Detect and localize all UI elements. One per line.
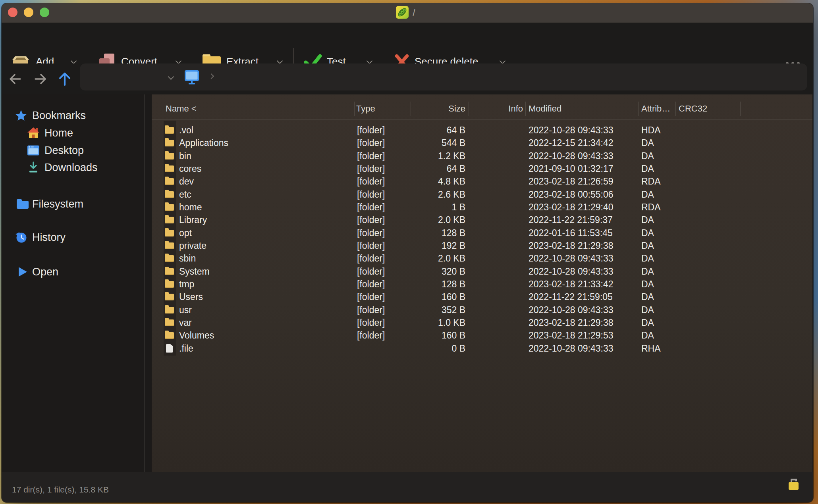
history-icon: [15, 231, 27, 243]
status-summary: 17 dir(s), 1 file(s), 15.8 KB: [12, 472, 109, 502]
cell-attrib: DA: [641, 137, 654, 149]
filesystem-folder-icon: [16, 198, 29, 210]
table-row[interactable]: sbin [folder] 2.0 KB 2022-10-28 09:43:33…: [152, 252, 812, 265]
cell-size: 64 B: [406, 162, 465, 175]
column-header-crc32[interactable]: CRC32: [679, 103, 707, 115]
unlocked-padlock-icon[interactable]: [787, 476, 800, 491]
cell-modified: 2022-01-16 11:53:45: [529, 227, 613, 239]
column-resize-handle[interactable]: [411, 102, 411, 116]
cell-size: 2.0 KB: [406, 214, 465, 226]
table-row[interactable]: Applications [folder] 544 B 2022-12-15 2…: [152, 137, 812, 149]
table-row[interactable]: bin [folder] 1.2 KB 2022-10-28 09:43:33 …: [152, 150, 812, 162]
table-row[interactable]: dev [folder] 4.8 KB 2023-02-18 21:26:59 …: [152, 175, 812, 188]
more-options-button[interactable]: [786, 60, 803, 63]
cell-type: [folder]: [357, 124, 385, 137]
table-row[interactable]: etc [folder] 2.6 KB 2023-02-18 00:55:06 …: [152, 188, 812, 201]
star-icon: [15, 110, 27, 121]
table-row[interactable]: private [folder] 192 B 2023-02-18 21:29:…: [152, 239, 812, 252]
sidebar-item-home[interactable]: Home: [2, 124, 143, 142]
cell-modified: 2022-10-28 09:43:33: [529, 342, 614, 355]
minimize-button[interactable]: [24, 8, 33, 17]
cell-type: [folder]: [357, 227, 385, 239]
cell-type: [folder]: [357, 278, 385, 290]
table-row[interactable]: cores [folder] 64 B 2021-09-10 01:32:17 …: [152, 162, 812, 175]
column-header-info[interactable]: Info: [472, 103, 523, 115]
sidebar-item-downloads[interactable]: Downloads: [2, 159, 143, 176]
file-table-rows: .vol [folder] 64 B 2022-10-28 09:43:33 H…: [152, 124, 812, 355]
cell-modified: 2023-02-18 00:55:06: [529, 188, 614, 201]
table-row[interactable]: opt [folder] 128 B 2022-01-16 11:53:45 D…: [152, 227, 812, 239]
sidebar-item-history[interactable]: History: [2, 229, 143, 246]
cell-attrib: DA: [641, 227, 654, 239]
column-header-modified[interactable]: Modified: [529, 103, 561, 115]
cell-type: [folder]: [357, 175, 385, 188]
table-row[interactable]: home [folder] 1 B 2023-02-18 21:29:40 RD…: [152, 201, 812, 214]
sidebar-item-bookmarks[interactable]: Bookmarks: [2, 107, 143, 124]
cell-size: 352 B: [406, 304, 465, 316]
folder-icon: [165, 204, 174, 211]
file-table: Name < Type Size Info Modified Attrib… C…: [152, 94, 812, 472]
peazip-app-icon: [396, 6, 409, 19]
table-row[interactable]: Users [folder] 160 B 2022-11-22 21:59:05…: [152, 290, 812, 303]
app-window: / Add Convert Extract Test: [2, 3, 813, 502]
downloads-icon: [28, 162, 39, 173]
column-resize-handle[interactable]: [354, 102, 355, 116]
cell-name: sbin: [179, 252, 196, 265]
table-row[interactable]: Library [folder] 2.0 KB 2022-11-22 21:59…: [152, 214, 812, 226]
path-dropdown-chevron-icon[interactable]: [169, 75, 174, 80]
sidebar-item-label: History: [32, 229, 66, 246]
column-header-type[interactable]: Type: [356, 103, 375, 115]
zoom-button[interactable]: [40, 8, 49, 17]
column-header-attrib[interactable]: Attrib…: [641, 103, 670, 115]
cell-modified: 2022-12-15 21:34:42: [529, 137, 614, 149]
cell-attrib: DA: [641, 239, 654, 252]
cell-attrib: DA: [641, 265, 654, 278]
table-row[interactable]: usr [folder] 352 B 2022-10-28 09:43:33 D…: [152, 304, 812, 316]
column-resize-handle[interactable]: [525, 102, 526, 116]
breadcrumb-chevron-icon: [209, 74, 215, 80]
cell-name: .vol: [179, 124, 193, 137]
sidebar-item-filesystem[interactable]: Filesystem: [2, 195, 143, 213]
cell-type: [folder]: [357, 329, 385, 342]
computer-icon[interactable]: [184, 70, 200, 85]
column-resize-handle[interactable]: [469, 102, 469, 116]
cell-type: [folder]: [357, 137, 385, 149]
table-row[interactable]: Volumes [folder] 160 B 2023-02-18 21:29:…: [152, 329, 812, 342]
header-divider: [152, 119, 812, 119]
cell-type: [folder]: [357, 252, 385, 265]
cell-size: 128 B: [406, 278, 465, 290]
folder-icon: [165, 319, 174, 326]
table-row[interactable]: var [folder] 1.0 KB 2023-02-18 21:29:38 …: [152, 316, 812, 329]
cell-name: System: [179, 265, 210, 278]
cell-name: home: [179, 201, 202, 214]
cell-size: 2.0 KB: [406, 252, 465, 265]
folder-icon: [165, 255, 174, 262]
cell-modified: 2022-11-22 21:59:37: [529, 214, 613, 226]
table-row[interactable]: .file 0 B 2022-10-28 09:43:33 RHA: [152, 342, 812, 355]
table-row[interactable]: System [folder] 320 B 2022-10-28 09:43:3…: [152, 265, 812, 278]
cell-name: etc: [179, 188, 191, 201]
table-row[interactable]: tmp [folder] 128 B 2023-02-18 21:33:42 D…: [152, 278, 812, 290]
cell-type: [folder]: [357, 214, 385, 226]
column-resize-handle[interactable]: [638, 102, 639, 116]
cell-modified: 2023-02-18 21:29:40: [529, 201, 614, 214]
back-button[interactable]: [8, 63, 22, 94]
cell-modified: 2023-02-18 21:29:53: [529, 329, 614, 342]
column-resize-handle[interactable]: [675, 102, 676, 116]
sidebar-item-desktop[interactable]: Desktop: [2, 142, 143, 159]
open-triangle-icon: [17, 266, 28, 277]
up-button[interactable]: [58, 63, 71, 94]
forward-button[interactable]: [33, 63, 48, 94]
column-resize-handle[interactable]: [740, 102, 741, 116]
folder-icon: [165, 242, 174, 249]
titlebar: /: [2, 3, 813, 23]
table-row[interactable]: .vol [folder] 64 B 2022-10-28 09:43:33 H…: [152, 124, 812, 137]
column-header-size[interactable]: Size: [406, 103, 465, 115]
path-bar[interactable]: [80, 63, 807, 90]
sidebar-item-label: Bookmarks: [32, 107, 86, 124]
column-header-name[interactable]: Name <: [166, 103, 197, 115]
toolbar: Add Convert Extract Test Secure delete: [2, 23, 813, 63]
sidebar-item-open[interactable]: Open: [2, 263, 143, 281]
folder-icon: [165, 178, 174, 185]
close-button[interactable]: [8, 8, 17, 17]
